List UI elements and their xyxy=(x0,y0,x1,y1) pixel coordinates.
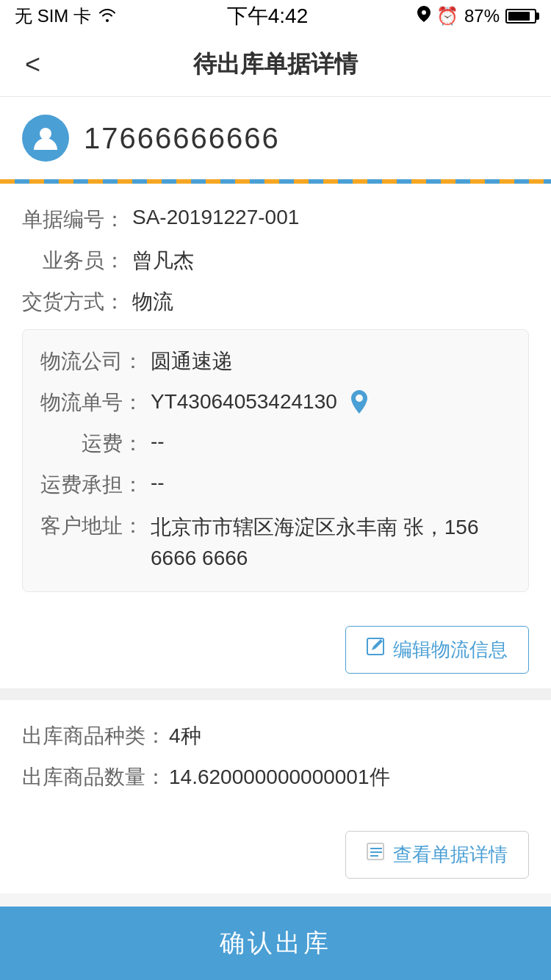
battery-icon xyxy=(505,9,536,24)
view-details-label: 查看单据详情 xyxy=(393,842,508,868)
delivery-method-value: 物流 xyxy=(132,288,529,316)
stock-type-label: 出库商品种类： xyxy=(22,722,169,750)
section-divider xyxy=(0,688,551,700)
svg-point-0 xyxy=(40,128,51,140)
logistics-address-label: 客户地址： xyxy=(40,512,143,540)
logistics-company-row: 物流公司： 圆通速递 xyxy=(40,347,511,375)
list-icon xyxy=(367,843,386,867)
order-info-section: 单据编号： SA-20191227-001 业务员： 曾凡杰 交货方式： 物流 … xyxy=(0,184,551,614)
view-details-button[interactable]: 查看单据详情 xyxy=(345,831,529,879)
location-active-icon xyxy=(417,6,431,26)
logistics-freight-label: 运费： xyxy=(40,430,143,458)
status-bar-time: 下午4:42 xyxy=(227,2,309,30)
battery-percent: 87% xyxy=(464,6,500,26)
logistics-company-label: 物流公司： xyxy=(40,347,143,375)
stock-type-row: 出库商品种类： 4种 xyxy=(22,722,529,750)
doc-number-value: SA-20191227-001 xyxy=(132,206,529,229)
tracking-location-icon[interactable] xyxy=(346,389,372,415)
status-bar-right: ⏰ 87% xyxy=(417,6,536,26)
alarm-icon: ⏰ xyxy=(436,6,458,26)
delivery-method-row: 交货方式： 物流 xyxy=(22,288,529,316)
back-button[interactable]: < xyxy=(18,42,48,87)
user-icon xyxy=(31,123,60,153)
stock-quantity-label: 出库商品数量： xyxy=(22,763,169,791)
customer-phone: 17666666666 xyxy=(84,122,280,155)
doc-number-label: 单据编号： xyxy=(22,206,125,234)
logistics-tracking-row: 物流单号： YT43064053424130 xyxy=(40,389,511,417)
edit-icon xyxy=(367,638,386,662)
sim-status: 无 SIM 卡 xyxy=(15,4,91,28)
logistics-freight-bearer-row: 运费承担： -- xyxy=(40,471,511,499)
logistics-freight-row: 运费： -- xyxy=(40,430,511,458)
avatar xyxy=(22,115,69,162)
logistics-company-value: 圆通速递 xyxy=(151,347,511,375)
logistics-address-row: 客户地址： 北京市市辖区海淀区永丰南 张，156 6666 6666 xyxy=(40,512,511,574)
logistics-tracking-label: 物流单号： xyxy=(40,389,143,417)
wifi-icon xyxy=(97,6,118,26)
view-details-btn-wrap: 查看单据详情 xyxy=(0,819,551,893)
customer-section: 17666666666 xyxy=(0,97,551,179)
delivery-method-label: 交货方式： xyxy=(22,288,125,316)
sales-person-value: 曾凡杰 xyxy=(132,247,529,275)
confirm-bar[interactable]: 确认出库 xyxy=(0,907,551,980)
confirm-button-label: 确认出库 xyxy=(220,926,331,960)
logistics-card: 物流公司： 圆通速递 物流单号： YT43064053424130 运费： --… xyxy=(22,329,529,592)
status-bar-left: 无 SIM 卡 xyxy=(15,4,118,28)
logistics-freight-bearer-value: -- xyxy=(151,471,511,494)
logistics-address-value: 北京市市辖区海淀区永丰南 张，156 6666 6666 xyxy=(151,512,511,574)
logistics-freight-value: -- xyxy=(151,430,511,453)
nav-bar: < 待出库单据详情 xyxy=(0,32,551,97)
sales-person-label: 业务员： xyxy=(22,247,125,275)
logistics-tracking-value: YT43064053424130 xyxy=(151,389,511,415)
stock-type-value: 4种 xyxy=(169,722,201,750)
status-bar: 无 SIM 卡 下午4:42 ⏰ 87% xyxy=(0,0,551,32)
edit-logistics-label: 编辑物流信息 xyxy=(393,637,508,663)
edit-logistics-button[interactable]: 编辑物流信息 xyxy=(345,626,529,674)
stock-section: 出库商品种类： 4种 出库商品数量： 14.620000000000001件 xyxy=(0,700,551,819)
doc-number-row: 单据编号： SA-20191227-001 xyxy=(22,206,529,234)
stock-quantity-value: 14.620000000000001件 xyxy=(169,763,390,791)
sales-person-row: 业务员： 曾凡杰 xyxy=(22,247,529,275)
logistics-freight-bearer-label: 运费承担： xyxy=(40,471,143,499)
edit-logistics-btn-wrap: 编辑物流信息 xyxy=(0,614,551,688)
stock-quantity-row: 出库商品数量： 14.620000000000001件 xyxy=(22,763,529,791)
page-title: 待出库单据详情 xyxy=(193,48,358,81)
